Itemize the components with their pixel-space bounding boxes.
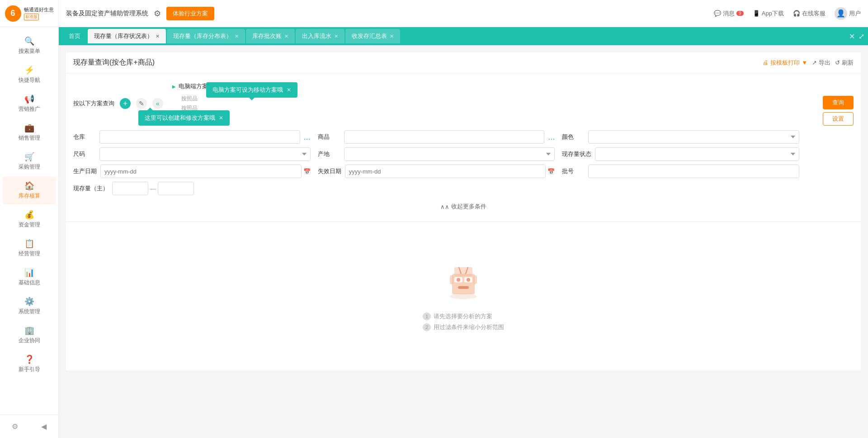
edit-scheme-button[interactable]: ✎ [136, 98, 147, 109]
reset-button[interactable]: 设置 [823, 112, 854, 126]
settings-gear-icon[interactable]: ⚙ [154, 9, 161, 19]
sidebar-item-label: 系统管理 [19, 308, 40, 316]
warehouse-label: 仓库 [73, 133, 96, 141]
warehouse-dots[interactable]: ... [304, 132, 311, 142]
inv-amount-range: — [112, 182, 311, 195]
goods-dots[interactable]: ... [548, 132, 555, 142]
app-logo: 6 畅通逍好生意 标准版 [0, 0, 58, 27]
sidebar-nav: 🔍 搜索菜单 ⚡ 快捷导航 📢 营销推广 💼 销售管理 🛒 采购管理 🏠 库存核… [0, 27, 58, 414]
filter-fields-container: 仓库 ... 商品 ... 颜色 [73, 130, 854, 195]
online-support-button[interactable]: 🎧 在线客服 [793, 9, 826, 18]
industry-plan-button[interactable]: 体验行业方案 [166, 7, 214, 20]
tab-in-out-flow-close[interactable]: ✕ [334, 33, 338, 39]
color-field: 颜色 [562, 130, 799, 144]
sidebar-item-label: 新手引导 [19, 366, 40, 373]
scheme-desktop-arrow-icon: ▶ [172, 84, 176, 89]
size-select[interactable] [99, 147, 311, 161]
sales-icon: 💼 [24, 123, 34, 133]
page-actions: 🖨 按模板打印 ▼ ↗ 导出 ↺ 刷新 [763, 59, 854, 67]
svg-rect-6 [458, 286, 469, 289]
origin-field: 产地 [318, 147, 555, 161]
guide-icon: ❓ [24, 354, 34, 364]
user-menu[interactable]: 👤 用户 [835, 7, 861, 20]
filter-row-2: 尺码 产地 现存量状态 [73, 147, 854, 161]
tab-receive-summary-close[interactable]: ✕ [390, 33, 394, 39]
logo-icon: 6 [5, 5, 21, 22]
step-1-text: 请先选择要分析的方案 [434, 312, 492, 320]
sidebar-item-basic-info[interactable]: 📊 基础信息 [3, 263, 56, 291]
sidebar-item-label: 经营管理 [19, 250, 40, 258]
prod-date-range: 📅 [100, 165, 311, 178]
sidebar-item-search-menu[interactable]: 🔍 搜索菜单 [3, 32, 56, 60]
empty-steps-list: 1 请先选择要分析的方案 2 用过滤条件来缩小分析范围 [423, 312, 504, 334]
batch-input[interactable] [588, 165, 799, 178]
sidebar-item-quick-nav[interactable]: ⚡ 快捷导航 [3, 61, 56, 89]
app-download-button[interactable]: 📱 App下载 [753, 9, 784, 18]
tab-inventory-dist-close[interactable]: ✕ [235, 33, 239, 39]
tab-in-out-flow[interactable]: 出入库流水 ✕ [296, 29, 344, 43]
collapse-sidebar-icon[interactable]: ◀ [39, 420, 48, 433]
query-button[interactable]: 查询 [823, 96, 854, 109]
content-area: 现存量查询(按仓库+商品) 🖨 按模板打印 ▼ ↗ 导出 ↺ 刷新 [66, 52, 861, 370]
assets-icon: 💰 [24, 210, 34, 220]
sidebar-item-system[interactable]: ⚙️ 系统管理 [3, 292, 56, 320]
inv-amount-label: 现存量（主） [73, 184, 108, 193]
add-scheme-button[interactable]: + [120, 98, 131, 109]
desktop-scheme-label[interactable]: 电脑端方案 [179, 82, 208, 90]
sidebar-item-enterprise[interactable]: 🏢 企业协同 [3, 321, 56, 349]
back-button[interactable]: « [152, 98, 163, 109]
tab-batch-ledger-close[interactable]: ✕ [284, 33, 288, 39]
refresh-icon: ↺ [835, 59, 840, 66]
sidebar-item-marketing[interactable]: 📢 营销推广 [3, 89, 56, 118]
tab-receive-summary[interactable]: 收发存汇总表 ✕ [345, 29, 400, 43]
app-name: 畅通逍好生意 [24, 6, 54, 13]
maximize-icon[interactable]: ⤢ [859, 32, 864, 41]
settings-icon[interactable]: ⚙ [10, 420, 20, 433]
inv-from-input[interactable] [112, 182, 148, 195]
export-button[interactable]: ↗ 导出 [812, 59, 830, 67]
svg-point-5 [467, 278, 470, 282]
goods-input[interactable] [344, 130, 545, 144]
warehouse-input[interactable] [99, 130, 300, 144]
batch-field: 批号 [562, 165, 799, 178]
tab-inventory-status-close[interactable]: ✕ [156, 33, 160, 39]
collapse-button[interactable]: ∧∧ 收起更多条件 [440, 203, 486, 211]
sidebar-item-sales[interactable]: 💼 销售管理 [3, 118, 56, 146]
refresh-button[interactable]: ↺ 刷新 [835, 59, 854, 67]
tooltip-scheme-close[interactable]: ✕ [219, 115, 223, 121]
message-button[interactable]: 💬 消息 9 [714, 9, 744, 18]
exp-date-from-input[interactable] [345, 165, 546, 178]
tab-inventory-status[interactable]: 现存量（库存状况表） ✕ [88, 29, 166, 43]
filter-row-4: 现存量（主） — [73, 182, 854, 195]
tab-batch-ledger[interactable]: 库存批次账 ✕ [246, 29, 295, 43]
exp-date-range: 📅 [345, 165, 555, 178]
top-header: 装备及固定资产辅助管理系统 ⚙ 体验行业方案 💬 消息 9 📱 App下载 🎧 … [59, 0, 868, 27]
svg-rect-9 [454, 267, 472, 276]
template-print-button[interactable]: 🖨 按模板打印 ▼ [763, 59, 807, 67]
app-badge: 标准版 [24, 14, 39, 20]
sidebar-item-label: 快捷导航 [19, 76, 40, 84]
goods-field: 商品 ... [318, 130, 555, 144]
search-menu-icon: 🔍 [24, 36, 34, 46]
inv-status-select[interactable] [595, 147, 799, 161]
prod-date-calendar-icon[interactable]: 📅 [303, 168, 311, 175]
tab-inventory-dist-label: 现存量（库存分布表） [173, 32, 232, 40]
color-select[interactable] [588, 130, 799, 144]
tooltip-desktop-close[interactable]: ✕ [287, 87, 291, 93]
tab-inventory-dist[interactable]: 现存量（库存分布表） ✕ [167, 29, 245, 43]
sidebar-item-purchase[interactable]: 🛒 采购管理 [3, 147, 56, 175]
search-buttons: 查询 设置 [823, 96, 854, 126]
sidebar-item-operations[interactable]: 📋 经营管理 [3, 234, 56, 262]
sidebar-item-guide[interactable]: ❓ 新手引导 [3, 350, 56, 378]
exp-date-calendar-icon[interactable]: 📅 [547, 168, 555, 175]
header-left: 装备及固定资产辅助管理系统 ⚙ 体验行业方案 [66, 7, 214, 20]
exp-date-field: 失效日期 📅 [318, 165, 555, 178]
tab-home[interactable]: 首页 [62, 29, 87, 43]
origin-select[interactable] [344, 147, 555, 161]
sidebar-item-assets[interactable]: 💰 资金管理 [3, 205, 56, 233]
tab-inventory-status-label: 现存量（库存状况表） [94, 32, 153, 40]
prod-date-from-input[interactable] [100, 165, 302, 178]
close-all-tabs-icon[interactable]: ✕ [849, 32, 855, 41]
sidebar-item-inventory[interactable]: 🏠 库存核算 [3, 176, 56, 204]
inv-to-input[interactable] [158, 182, 194, 195]
